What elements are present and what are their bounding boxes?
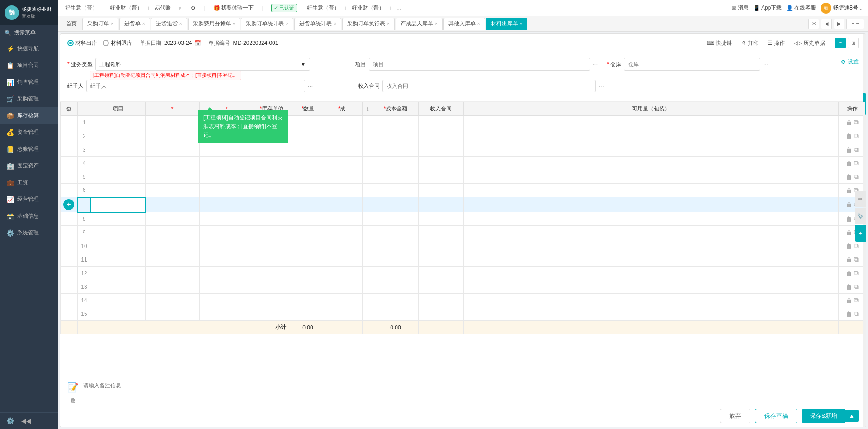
tab-material-out[interactable]: 材料出库单 × xyxy=(486,18,528,30)
sidebar-item-salary[interactable]: 💼 工资 xyxy=(0,174,58,191)
th-cost-info[interactable]: ℹ xyxy=(362,102,373,116)
right-green-icon[interactable]: ✦ xyxy=(855,225,866,242)
copy-row-icon[interactable]: ⧉ xyxy=(854,242,859,250)
topbar-settings-nav[interactable]: ⚙ xyxy=(189,5,198,11)
tab-close-material-out[interactable]: × xyxy=(520,21,523,26)
tab-goods-stat[interactable]: 进货单统计表 × xyxy=(294,18,341,30)
tab-close-purchase-expense[interactable]: × xyxy=(233,21,236,26)
td-material-1[interactable] xyxy=(145,116,199,129)
discard-button[interactable]: 放弃 xyxy=(720,409,750,423)
right-clip-icon[interactable]: 📎 xyxy=(855,208,866,224)
delete-row-icon[interactable]: 🗑 xyxy=(846,146,852,153)
view-grid-btn[interactable]: ⊞ xyxy=(848,38,859,48)
warehouse-dots-icon[interactable]: ··· xyxy=(763,61,769,68)
delete-row-icon[interactable]: 🗑 xyxy=(846,215,852,223)
project-dots-icon[interactable]: ··· xyxy=(593,61,598,68)
sidebar-item-sales[interactable]: 📊 销售管理 xyxy=(0,74,58,91)
th-settings[interactable]: ⚙ xyxy=(61,102,78,116)
sidebar-item-basic[interactable]: 🗃️ 基础信息 xyxy=(0,208,58,224)
add-row-btn[interactable]: + xyxy=(63,199,74,210)
tab-close-purchase-exec[interactable]: × xyxy=(387,21,390,26)
tab-purchase-stat[interactable]: 采购订单统计表 × xyxy=(241,18,293,30)
tab-product-in[interactable]: 产成品入库单 × xyxy=(396,18,443,30)
td-cost-1[interactable] xyxy=(326,116,362,129)
copy-row-icon[interactable]: ⧉ xyxy=(854,132,859,140)
sidebar-item-finance[interactable]: 💰 资金管理 xyxy=(0,124,58,141)
copy-row-icon[interactable]: ⧉ xyxy=(854,256,859,263)
handler-dots-icon[interactable]: ··· xyxy=(308,82,313,90)
tab-close-other-in[interactable]: × xyxy=(477,21,480,26)
tab-close-goods-in[interactable]: × xyxy=(142,21,145,26)
app-download-btn[interactable]: 📱 App下载 xyxy=(753,4,782,12)
th-project[interactable]: 项目 xyxy=(91,102,145,116)
active-row-input-1[interactable] xyxy=(80,201,88,208)
td-cost-amount-1[interactable] xyxy=(373,116,418,129)
operations-btn[interactable]: ☰ 操作 xyxy=(765,38,788,48)
tab-close-purchase-stat[interactable]: × xyxy=(286,21,288,26)
copy-row-icon[interactable]: ⧉ xyxy=(854,283,859,291)
copy-row-icon[interactable]: ⧉ xyxy=(854,310,859,318)
tab-close-purchase-order[interactable]: × xyxy=(111,21,113,26)
delete-active-icon[interactable]: 🗑 xyxy=(846,201,852,208)
tooltip-close-btn[interactable]: ✕ xyxy=(278,114,283,124)
radio-material-return[interactable]: 材料退库 xyxy=(103,39,132,47)
message-btn[interactable]: ✉ 消息 xyxy=(732,4,749,12)
copy-row-icon[interactable]: ⧉ xyxy=(854,269,859,277)
delete-row-icon[interactable]: 🗑 xyxy=(846,310,852,318)
delete-row-icon[interactable]: 🗑 xyxy=(846,243,852,250)
copy-row-1-icon[interactable]: ⧉ xyxy=(854,119,859,126)
tab-purchase-expense[interactable]: 采购费用分摊单 × xyxy=(188,18,241,30)
history-btn[interactable]: ◁▷ 历史单据 xyxy=(791,38,828,48)
radio-material-out[interactable]: 材料出库 xyxy=(67,39,97,47)
topbar-haoyecai[interactable]: 好业财（普） xyxy=(108,4,144,12)
income-contract-dots-icon[interactable]: ··· xyxy=(599,82,604,90)
topbar-haoshengyi[interactable]: 好生意（普） xyxy=(63,4,99,12)
td-income-1[interactable] xyxy=(418,116,463,129)
delete-row-icon[interactable]: 🗑 xyxy=(846,297,852,304)
delete-row-icon[interactable]: 🗑 xyxy=(846,270,852,277)
topbar-yidaizhang[interactable]: 易代账 xyxy=(153,4,173,12)
th-cost-price[interactable]: *成... xyxy=(326,102,362,116)
delete-row-1-icon[interactable]: 🗑 xyxy=(846,119,852,126)
tab-close-product-in[interactable]: × xyxy=(435,21,438,26)
notes-input[interactable] xyxy=(83,382,859,400)
tab-close-goods-stat[interactable]: × xyxy=(334,21,336,26)
th-income-contract[interactable]: 收入合同 xyxy=(418,102,463,116)
tab-purchase-exec[interactable]: 采购订单执行表 × xyxy=(342,18,395,30)
th-material[interactable]: * xyxy=(145,102,199,116)
copy-row-icon[interactable]: ⧉ xyxy=(854,159,859,167)
tab-next-btn[interactable]: ▶ xyxy=(834,19,844,29)
copy-row-icon[interactable]: ⧉ xyxy=(854,296,859,304)
calendar-icon[interactable]: 📅 xyxy=(194,40,201,46)
col-settings-icon[interactable]: ⚙ xyxy=(66,105,72,113)
tab-goods-return[interactable]: 进货退货 × xyxy=(151,18,187,30)
settings-bottom-icon[interactable]: ⚙️ xyxy=(6,417,14,424)
date-value[interactable]: 2023-03-24 xyxy=(164,40,192,46)
td-project-1[interactable] xyxy=(91,116,145,129)
sidebar-item-system[interactable]: ⚙️ 系统管理 xyxy=(0,224,58,241)
tab-goods-in[interactable]: 进货单 × xyxy=(119,18,150,30)
td-available-1[interactable] xyxy=(463,116,839,129)
th-available[interactable]: 可用量（包装） xyxy=(463,102,839,116)
delete-row-icon[interactable]: 🗑 xyxy=(846,229,852,236)
save-new-arrow-btn[interactable]: ▲ xyxy=(845,410,859,422)
form-settings-btn[interactable]: ⚙ 设置 xyxy=(841,58,859,66)
tab-close-goods-return[interactable]: × xyxy=(179,21,182,26)
print-btn[interactable]: 🖨 打印 xyxy=(738,38,761,48)
topbar-more[interactable]: ... xyxy=(395,5,403,11)
delete-row-icon[interactable]: 🗑 xyxy=(846,160,852,167)
save-new-main-btn[interactable]: 保存&新增 xyxy=(802,409,845,423)
user-info[interactable]: 畅 畅捷通8号... xyxy=(821,3,863,14)
delete-row-icon[interactable]: 🗑 xyxy=(846,283,852,291)
service-btn[interactable]: 👤 在线客服 xyxy=(786,4,816,12)
income-contract-input[interactable] xyxy=(382,80,596,92)
cost-info-icon[interactable]: ℹ xyxy=(367,106,369,112)
biz-type-select[interactable]: 工程领料 ▼ xyxy=(95,58,310,71)
tab-other-in[interactable]: 其他入库单 × xyxy=(443,18,485,30)
copy-row-icon[interactable]: ⧉ xyxy=(854,173,859,181)
sidebar-item-accounting[interactable]: 📒 总账管理 xyxy=(0,141,58,157)
tab-purchase-order[interactable]: 采购订单 × xyxy=(82,18,118,30)
topbar-haoshengyi2[interactable]: 好生意（普） xyxy=(305,4,341,12)
tab-prev-btn[interactable]: ◀ xyxy=(821,19,832,29)
sidebar-item-operation[interactable]: 📈 经营管理 xyxy=(0,191,58,208)
